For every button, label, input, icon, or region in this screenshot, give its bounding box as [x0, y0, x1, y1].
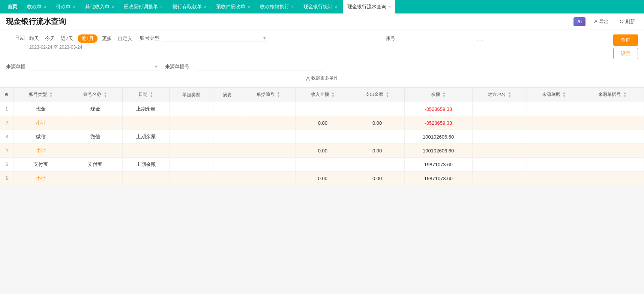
- nav-tab-label: 收款单: [27, 3, 42, 10]
- refresh-button[interactable]: ↻ 刷新: [616, 17, 638, 27]
- query-button[interactable]: 查询: [613, 34, 638, 46]
- sort-icon: ▲▼: [277, 91, 280, 98]
- settings-button[interactable]: 设置: [613, 48, 638, 59]
- th-counterpart[interactable]: 对方户名 ▲▼: [472, 88, 527, 102]
- cell-account-type: 支付宝: [14, 158, 68, 172]
- cell-summary: [213, 158, 241, 172]
- export-button[interactable]: ↗ 导出: [590, 17, 612, 27]
- th-doc-no[interactable]: 单据编号 ▲▼: [241, 88, 296, 102]
- close-icon[interactable]: ×: [73, 4, 75, 9]
- cell-income: 0.00: [296, 144, 350, 158]
- close-icon[interactable]: ×: [112, 4, 114, 9]
- close-icon[interactable]: ×: [389, 4, 391, 9]
- row-number-cell: 5: [0, 158, 14, 172]
- sort-icon: ▲▼: [508, 91, 512, 98]
- nav-tab-yingshou[interactable]: 应收应付调整单 ×: [119, 0, 167, 13]
- cell-account-name: 微信: [68, 130, 122, 144]
- th-settings[interactable]: ⚙: [0, 88, 14, 102]
- account-dots-button[interactable]: ...: [476, 34, 484, 42]
- close-icon[interactable]: ×: [248, 4, 250, 9]
- cell-source-doc: [527, 158, 581, 172]
- date-btn-today[interactable]: 今天: [44, 34, 56, 43]
- cell-counterpart: [472, 130, 527, 144]
- th-source-doc[interactable]: 来源单据 ▲▼: [527, 88, 581, 102]
- cell-source-doc-no: [581, 144, 644, 158]
- date-btn-7days[interactable]: 近7天: [59, 34, 75, 43]
- date-label: 日期: [6, 34, 25, 41]
- cell-account-type: 小计: [14, 116, 68, 130]
- cell-doc-no: [241, 116, 296, 130]
- nav-tab-yushou[interactable]: 预收冲应收单 ×: [212, 0, 254, 13]
- account-input[interactable]: [398, 35, 473, 42]
- cell-date: 上期余额: [122, 158, 169, 172]
- cell-counterpart: [472, 172, 527, 185]
- close-icon[interactable]: ×: [291, 4, 294, 9]
- date-btn-1month[interactable]: 近1月: [78, 34, 98, 43]
- cell-source-doc-no: [581, 102, 644, 116]
- nav-tab-label: 付款单: [56, 3, 71, 10]
- cell-date: [122, 144, 169, 158]
- top-nav: 首页 收款单 × 付款单 × 其他收入单 × 应收应付调整单 × 银行存取款单 …: [0, 0, 644, 13]
- th-source-doc-no[interactable]: 来源单据号 ▲▼: [581, 88, 644, 102]
- cell-counterpart: [472, 102, 527, 116]
- close-icon[interactable]: ×: [44, 4, 46, 9]
- table-header-row: ⚙ 账号类型 ▲▼ 账号名称 ▲▼ 日期 ▲▼ 单据类型 摘要: [0, 88, 644, 102]
- th-date[interactable]: 日期 ▲▼: [122, 88, 169, 102]
- close-icon[interactable]: ×: [160, 4, 162, 9]
- nav-tab-tongji[interactable]: 现金银行统计 ×: [299, 0, 342, 13]
- th-account-type[interactable]: 账号类型 ▲▼: [14, 88, 68, 102]
- cell-date: [122, 172, 169, 185]
- sort-icon: ▲▼: [331, 91, 335, 98]
- source-doc-select[interactable]: ▾: [32, 63, 159, 70]
- refresh-icon: ↻: [619, 19, 624, 25]
- th-income[interactable]: 收入金额 ▲▼: [296, 88, 350, 102]
- cell-account-type: 小计: [14, 172, 68, 185]
- nav-tab-yinhang[interactable]: 银行存取款单 ×: [168, 0, 211, 13]
- cell-source-doc: [527, 130, 581, 144]
- nav-tab-label: 其他收入单: [85, 3, 110, 10]
- cell-counterpart: [472, 144, 527, 158]
- dropdown-icon: ▾: [155, 64, 158, 69]
- th-summary[interactable]: 摘要: [213, 88, 241, 102]
- ai-button[interactable]: Ai: [573, 17, 585, 26]
- th-expense[interactable]: 支出金额 ▲▼: [350, 88, 404, 102]
- header-actions: Ai ↗ 导出 ↻ 刷新: [573, 17, 638, 27]
- export-label: 导出: [599, 18, 609, 25]
- cell-source-doc: [527, 172, 581, 185]
- page-header: 现金银行流水查询 Ai ↗ 导出 ↻ 刷新: [0, 13, 644, 30]
- date-btn-more[interactable]: 更多: [101, 34, 113, 43]
- nav-tab-shoudan[interactable]: 收款单 ×: [23, 0, 51, 13]
- page-title: 现金银行流水查询: [6, 16, 66, 27]
- table-row: 1现金现金上期余额-3528659.33: [0, 102, 644, 116]
- close-icon[interactable]: ×: [335, 4, 337, 9]
- cell-doc-no: [241, 172, 296, 185]
- row-number-cell: 4: [0, 144, 14, 158]
- th-balance[interactable]: 余额 ▲▼: [404, 88, 472, 102]
- date-btn-custom[interactable]: 自定义: [116, 34, 134, 43]
- cell-balance: 19871073.60: [404, 172, 472, 185]
- collapse-label: 收起更多条件: [311, 75, 338, 81]
- cell-source-doc: [527, 144, 581, 158]
- cell-doc-no: [241, 102, 296, 116]
- cell-doc-type: [169, 158, 213, 172]
- sort-icon: ▲▼: [623, 91, 627, 98]
- close-icon[interactable]: ×: [204, 4, 206, 9]
- nav-tab-qita[interactable]: 其他收入单 ×: [81, 0, 119, 13]
- sort-icon: ▲▼: [386, 91, 389, 98]
- table-container: ⚙ 账号类型 ▲▼ 账号名称 ▲▼ 日期 ▲▼ 单据类型 摘要: [0, 88, 644, 185]
- source-doc-no-input[interactable]: [195, 63, 323, 70]
- source-doc-label: 来源单据: [6, 63, 26, 70]
- home-label: 首页: [8, 3, 17, 10]
- th-account-name[interactable]: 账号名称 ▲▼: [68, 88, 122, 102]
- th-doc-type[interactable]: 单据类型: [169, 88, 213, 102]
- collapse-bar[interactable]: ⋀ 收起更多条件: [6, 73, 638, 83]
- cell-account-name: [68, 144, 122, 158]
- nav-tab-fukuan[interactable]: 付款单 ×: [51, 0, 80, 13]
- account-type-select[interactable]: ▾: [162, 34, 267, 42]
- nav-home[interactable]: 首页: [3, 0, 22, 13]
- nav-tab-label: 现金银行统计: [303, 3, 333, 10]
- nav-tab-hexiao[interactable]: 收款核销执行 ×: [255, 0, 298, 13]
- nav-tab-liushui[interactable]: 现金银行流水查询 ×: [343, 0, 395, 13]
- account-type-label: 账号类型: [140, 35, 159, 42]
- date-btn-yesterday[interactable]: 昨天: [28, 34, 41, 43]
